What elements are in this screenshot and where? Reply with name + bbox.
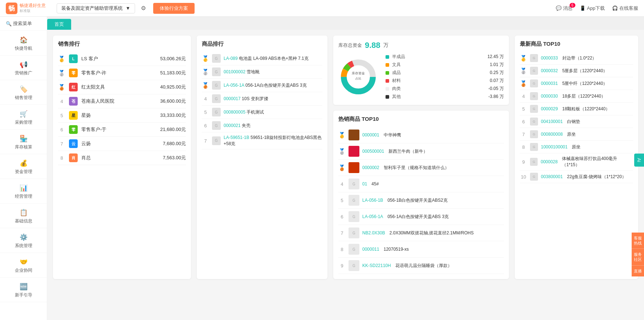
product-rank-row[interactable]: 🥈 G 001000002 雪地靴 bbox=[202, 65, 322, 79]
sidebar-item-marketing[interactable]: 📢 营销推广 bbox=[0, 56, 47, 80]
product-rank-row[interactable]: 🥇 G LA-089 电池盖 LA-089 ABS本色+黑种 7.1克 bbox=[202, 52, 322, 65]
hot-product-code[interactable]: 01 bbox=[362, 181, 367, 186]
hot-product-row[interactable]: 🥉 0000002 智利车子里（规格不知道填什么） bbox=[338, 160, 504, 176]
hot-product-code[interactable]: KK-SD22110H bbox=[362, 263, 391, 268]
product-rank-row[interactable]: 6 G 0000021 夹壳 bbox=[202, 119, 322, 132]
sidebar-item-basic[interactable]: 📋 基础信息 bbox=[0, 204, 47, 228]
system-selector[interactable]: 装备及固定资产辅助管理系统 ▼ bbox=[57, 3, 135, 13]
sidebar-item-quick-nav[interactable]: 🏠 快捷导航 bbox=[0, 31, 47, 56]
customer-service-button[interactable]: 客服热线 bbox=[632, 233, 644, 249]
product-code[interactable]: 001000002 bbox=[224, 69, 245, 74]
new-product-row[interactable]: 10 G 003800001 22g鱼豆腐-烧烤味（1*12*20） bbox=[520, 171, 633, 183]
live-stream-button[interactable]: 直播 bbox=[632, 266, 644, 276]
logo-text: 畅捷通好生意 bbox=[20, 3, 46, 8]
sidebar-item-inventory[interactable]: 🏪 库存核算 bbox=[0, 130, 47, 154]
app-download-button[interactable]: 📱 App下载 bbox=[580, 5, 605, 12]
product-rank-row[interactable]: 7 G LA-59651-1B 59651-1B旋转投影灯电池盒ABS黑色+58… bbox=[202, 132, 322, 149]
sales-rank-row[interactable]: 6 零 零售客户-于 21,680.00元 bbox=[58, 123, 186, 137]
rank-badge: 5 bbox=[58, 112, 65, 119]
sales-rank-row[interactable]: 4 苍 苍南县人民医院 36,600.00元 bbox=[58, 94, 186, 108]
new-product-code[interactable]: 0000033 bbox=[541, 56, 558, 61]
product-code[interactable]: LA-056-1A bbox=[224, 83, 244, 88]
trial-button[interactable]: 体验行业方案 bbox=[153, 3, 195, 14]
hot-product-row[interactable]: 9 G KK-SD22110H 花语萌儿温分隔睡袋（厚款） bbox=[338, 258, 504, 274]
new-product-code[interactable]: 004100001 bbox=[541, 119, 563, 124]
settings-icon[interactable]: ⚙ bbox=[138, 3, 149, 14]
rank-amount: 7,563.00元 bbox=[163, 155, 186, 161]
service-community-button[interactable]: 服务社区 bbox=[632, 249, 644, 266]
hot-product-row[interactable]: 🥇 0000001 中华神鹰 bbox=[338, 127, 504, 143]
sidebar-item-operation[interactable]: 📊 经营管理 bbox=[0, 179, 47, 204]
hot-product-row[interactable]: 4 G 01 45# bbox=[338, 176, 504, 192]
new-product-code[interactable]: 000800008 bbox=[541, 132, 563, 137]
new-product-code[interactable]: 0000031 bbox=[541, 81, 558, 86]
new-product-row[interactable]: 🥈 G 0000032 5厘多层（1220*2440） bbox=[520, 65, 633, 77]
sidebar-item-system[interactable]: ⚙️ 系统管理 bbox=[0, 228, 47, 253]
sales-rank-row[interactable]: 🥇 L LS 客户 53,006.26元 bbox=[58, 52, 186, 66]
hot-product-code[interactable]: 0000002 bbox=[362, 165, 379, 170]
product-rank-row[interactable]: 4 G 0000017 10S 变刹罗搂 bbox=[202, 92, 322, 106]
hot-product-code[interactable]: 000500001 bbox=[362, 149, 384, 154]
product-name: 10S 变刹罗搂 bbox=[242, 96, 268, 101]
topbar: 畅 畅捷通好生意 标准版 装备及固定资产辅助管理系统 ▼ ⚙ 体验行业方案 💬 … bbox=[0, 0, 644, 17]
ai-button[interactable]: Ai bbox=[634, 153, 644, 167]
sidebar-item-cooperation[interactable]: 🤝 企业协同 bbox=[0, 253, 47, 278]
new-product-row[interactable]: 8 G 10000100001 原坐 bbox=[520, 141, 633, 153]
new-product-row[interactable]: 5 G 0000029 18颗粒板（1220*2440） bbox=[520, 103, 633, 115]
new-product-code[interactable]: 0000029 bbox=[541, 106, 558, 111]
hot-product-code[interactable]: 0000001 bbox=[362, 132, 379, 138]
sales-rank-row[interactable]: 5 星 星扬 33,333.00元 bbox=[58, 108, 186, 123]
online-service-button[interactable]: 🎧 在线客服 bbox=[612, 5, 638, 12]
new-product-row[interactable]: 7 G 000800008 原坐 bbox=[520, 128, 633, 141]
product-code[interactable]: LA-59651-1B bbox=[224, 135, 249, 140]
sidebar-item-finance[interactable]: 💰 资金管理 bbox=[0, 154, 47, 179]
product-rank-row[interactable]: 🥉 G LA-056-1A 056-1A白色按键开关盖ABS 3克 bbox=[202, 79, 322, 92]
sidebar-item-purchase[interactable]: 🛒 采购管理 bbox=[0, 105, 47, 130]
new-product-code[interactable]: 0000030 bbox=[541, 94, 558, 99]
new-product-code[interactable]: 0000032 bbox=[541, 68, 558, 73]
search-icon: 🔍 bbox=[6, 21, 12, 26]
new-product-row[interactable]: 🥇 G 0000033 封边带（1.0*22） bbox=[520, 52, 633, 65]
new-product-row[interactable]: 6 G 004100001 白钢垫 bbox=[520, 115, 633, 128]
hot-product-code[interactable]: NB2.0X30B bbox=[362, 230, 385, 235]
sidebar-item-guide[interactable]: 🆕 新手引导 bbox=[0, 278, 47, 302]
new-product-row[interactable]: 🥉 G 0000031 5厘中纤（1220*2440） bbox=[520, 77, 633, 90]
product-code[interactable]: 0000017 bbox=[224, 96, 241, 101]
legend-color bbox=[386, 87, 389, 91]
headset-icon: 🎧 bbox=[612, 5, 618, 11]
message-badge: 6 bbox=[570, 3, 575, 8]
hot-product-row[interactable]: 6 G LA-056-1A 056-1A白色按键开关盖ABS 3克 bbox=[338, 209, 504, 225]
new-product-row[interactable]: 9 G 0000028 体械嘉枚味苏打饮品400毫升（1*15） bbox=[520, 153, 633, 171]
hot-product-code[interactable]: LA-056-1A bbox=[362, 214, 383, 219]
product-code[interactable]: 0000021 bbox=[224, 123, 241, 128]
product-rank-row[interactable]: 5 G 000800005 手机测试 bbox=[202, 106, 322, 119]
hot-product-row[interactable]: 7 G NB2.0X30B 2.0X30MM双搓花轴,搓花直径2.1MM/ROH… bbox=[338, 225, 504, 241]
sales-rank-row[interactable]: 🥈 零 零售客户-许 51,183.00元 bbox=[58, 66, 186, 80]
new-products-title: 最新商品 TOP10 bbox=[520, 41, 633, 48]
hot-product-code[interactable]: LA-056-1B bbox=[362, 198, 383, 203]
product-code[interactable]: LA-089 bbox=[224, 56, 238, 61]
sales-rank-row[interactable]: 7 云 云扬 7,680.00元 bbox=[58, 137, 186, 151]
new-product-code[interactable]: 0000028 bbox=[541, 159, 558, 164]
sales-rank-row[interactable]: 8 肖 肖总 7,563.00元 bbox=[58, 151, 186, 165]
new-product-code[interactable]: 10000100001 bbox=[541, 144, 567, 149]
rank-badge: 🥉 bbox=[338, 164, 346, 171]
hot-product-row[interactable]: 5 G LA-056-1B 056-1B白色按键开关盖ABS2克 bbox=[338, 192, 504, 209]
new-product-name: 封边带（1.0*22） bbox=[562, 55, 597, 61]
rank-badge: 8 bbox=[520, 144, 527, 150]
new-product-row[interactable]: 4 G 0000030 18多层（1220*2440） bbox=[520, 90, 633, 103]
legend-value: 0.25 万 bbox=[490, 70, 504, 76]
new-product-code[interactable]: 003800001 bbox=[541, 174, 563, 179]
message-button[interactable]: 💬 消息 6 bbox=[556, 5, 572, 12]
product-code[interactable]: 000800005 bbox=[224, 110, 245, 115]
sidebar-item-sales[interactable]: 🏷️ 销售管理 bbox=[0, 80, 47, 105]
hot-product-name: 45# bbox=[371, 181, 379, 186]
tab-home[interactable]: 首页 bbox=[47, 19, 71, 30]
hot-product-row[interactable]: 🥈 000500001 新西兰牛肉（新牛） bbox=[338, 143, 504, 160]
hot-product-code[interactable]: 0000011 bbox=[362, 247, 379, 252]
hot-product-row[interactable]: 8 G 0000011 12070519-xs bbox=[338, 241, 504, 258]
legend-name: 材料 bbox=[392, 78, 401, 84]
search-menu-item[interactable]: 🔍 搜索菜单 bbox=[0, 17, 47, 31]
logo-sub: 标准版 bbox=[20, 8, 46, 13]
sales-rank-row[interactable]: 🥉 红 红太阳文具 40,925.00元 bbox=[58, 80, 186, 94]
